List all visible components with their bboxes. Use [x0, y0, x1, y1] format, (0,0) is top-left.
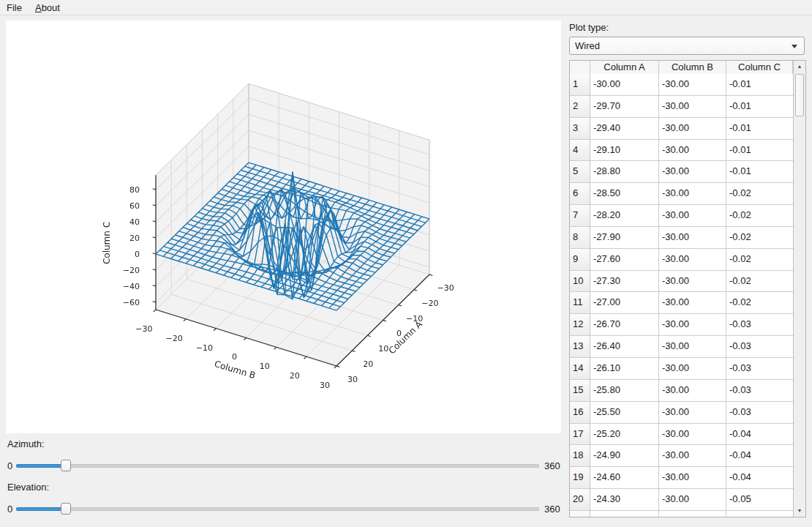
table-cell[interactable]: -30.00: [659, 74, 726, 96]
plot-type-combobox[interactable]: Wired: [569, 37, 805, 55]
table-cell[interactable]: -30.00: [659, 205, 726, 227]
table-cell[interactable]: -0.02: [726, 205, 793, 227]
table-cell[interactable]: -30.00: [659, 467, 726, 489]
table-cell[interactable]: -30.00: [590, 74, 659, 96]
menu-item-file[interactable]: File: [0, 1, 29, 15]
row-header[interactable]: 17: [570, 424, 590, 446]
table-cell[interactable]: -0.01: [726, 96, 793, 118]
table-cell[interactable]: [726, 511, 793, 517]
row-header[interactable]: 2: [570, 96, 590, 118]
table-cell[interactable]: -27.30: [590, 271, 659, 293]
table-cell[interactable]: -27.90: [590, 227, 659, 249]
row-header[interactable]: 3: [570, 118, 590, 140]
row-header[interactable]: 20: [570, 489, 590, 511]
azimuth-slider-handle[interactable]: [61, 460, 71, 471]
table-cell[interactable]: -30.00: [659, 380, 726, 402]
table-cell[interactable]: -30.00: [659, 271, 726, 293]
row-header[interactable]: 15: [570, 380, 590, 402]
row-header[interactable]: 1: [570, 74, 590, 96]
table-cell[interactable]: -0.04: [726, 467, 793, 489]
column-header[interactable]: Column C: [726, 61, 793, 74]
scroll-down-icon[interactable]: ▼: [794, 505, 805, 516]
row-header[interactable]: 7: [570, 205, 590, 227]
table-cell[interactable]: -0.04: [726, 445, 793, 467]
azimuth-slider[interactable]: [16, 464, 539, 468]
table-cell[interactable]: -30.00: [659, 445, 726, 467]
table-cell[interactable]: -27.60: [590, 249, 659, 271]
table-cell[interactable]: -0.02: [726, 227, 793, 249]
row-header[interactable]: 19: [570, 467, 590, 489]
table-row: 10-27.30-30.00-0.02: [570, 271, 793, 293]
table-cell[interactable]: -30.00: [659, 292, 726, 314]
table-cell[interactable]: -0.02: [726, 292, 793, 314]
table-cell[interactable]: -0.02: [726, 183, 793, 205]
table-cell[interactable]: -0.03: [726, 358, 793, 380]
table-cell[interactable]: -0.01: [726, 118, 793, 140]
row-header[interactable]: 5: [570, 161, 590, 183]
table-cell[interactable]: -30.00: [659, 161, 726, 183]
table-cell[interactable]: -0.03: [726, 380, 793, 402]
table-cell[interactable]: -27.00: [590, 292, 659, 314]
table-cell[interactable]: -30.00: [659, 314, 726, 336]
table-scrollbar[interactable]: ▲ ▼: [793, 61, 805, 517]
table-cell[interactable]: -24.30: [590, 489, 659, 511]
table-cell[interactable]: [590, 511, 659, 517]
table-cell[interactable]: -30.00: [659, 227, 726, 249]
table-cell[interactable]: -0.03: [726, 314, 793, 336]
table-cell[interactable]: -30.00: [659, 183, 726, 205]
table-cell[interactable]: -0.01: [726, 161, 793, 183]
table-cell[interactable]: -30.00: [659, 96, 726, 118]
column-header[interactable]: Column B: [659, 61, 726, 74]
menu-item-about[interactable]: About: [29, 1, 67, 15]
table-cell[interactable]: -0.01: [726, 140, 793, 162]
table-cell[interactable]: -29.10: [590, 140, 659, 162]
table-corner-header[interactable]: [570, 61, 590, 74]
table-cell[interactable]: -26.40: [590, 336, 659, 358]
table-cell[interactable]: -30.00: [659, 402, 726, 424]
table-cell[interactable]: -28.80: [590, 161, 659, 183]
table-cell[interactable]: -26.10: [590, 358, 659, 380]
table-cell[interactable]: -25.50: [590, 402, 659, 424]
table-cell[interactable]: -26.70: [590, 314, 659, 336]
row-header[interactable]: 10: [570, 271, 590, 293]
table-cell[interactable]: [659, 511, 726, 517]
row-header[interactable]: 9: [570, 249, 590, 271]
table-cell[interactable]: -28.20: [590, 205, 659, 227]
row-header[interactable]: 11: [570, 292, 590, 314]
scrollbar-thumb[interactable]: [795, 74, 804, 116]
row-header[interactable]: 16: [570, 402, 590, 424]
table-cell[interactable]: -25.20: [590, 424, 659, 446]
column-header[interactable]: Column A: [590, 61, 659, 74]
table-cell[interactable]: -29.70: [590, 96, 659, 118]
table-cell[interactable]: -0.03: [726, 336, 793, 358]
table-cell[interactable]: -30.00: [659, 249, 726, 271]
table-cell[interactable]: -24.90: [590, 445, 659, 467]
row-header[interactable]: 4: [570, 140, 590, 162]
row-header[interactable]: [570, 511, 590, 517]
table-cell[interactable]: -0.04: [726, 424, 793, 446]
table-cell[interactable]: -24.60: [590, 467, 659, 489]
table-cell[interactable]: -28.50: [590, 183, 659, 205]
row-header[interactable]: 14: [570, 358, 590, 380]
table-cell[interactable]: -25.80: [590, 380, 659, 402]
row-header[interactable]: 8: [570, 227, 590, 249]
table-cell[interactable]: -29.40: [590, 118, 659, 140]
table-cell[interactable]: -30.00: [659, 358, 726, 380]
row-header[interactable]: 18: [570, 445, 590, 467]
table-cell[interactable]: -30.00: [659, 118, 726, 140]
table-cell[interactable]: -30.00: [659, 424, 726, 446]
table-cell[interactable]: -0.03: [726, 402, 793, 424]
table-cell[interactable]: -0.05: [726, 489, 793, 511]
table-cell[interactable]: -30.00: [659, 489, 726, 511]
table-cell[interactable]: -30.00: [659, 336, 726, 358]
table-cell[interactable]: -0.02: [726, 249, 793, 271]
elevation-slider[interactable]: [16, 507, 539, 511]
table-cell[interactable]: -0.02: [726, 271, 793, 293]
row-header[interactable]: 6: [570, 183, 590, 205]
row-header[interactable]: 12: [570, 314, 590, 336]
elevation-slider-handle[interactable]: [61, 503, 71, 515]
table-cell[interactable]: -0.01: [726, 74, 793, 96]
scroll-up-icon[interactable]: ▲: [794, 61, 805, 72]
row-header[interactable]: 13: [570, 336, 590, 358]
table-cell[interactable]: -30.00: [659, 140, 726, 162]
